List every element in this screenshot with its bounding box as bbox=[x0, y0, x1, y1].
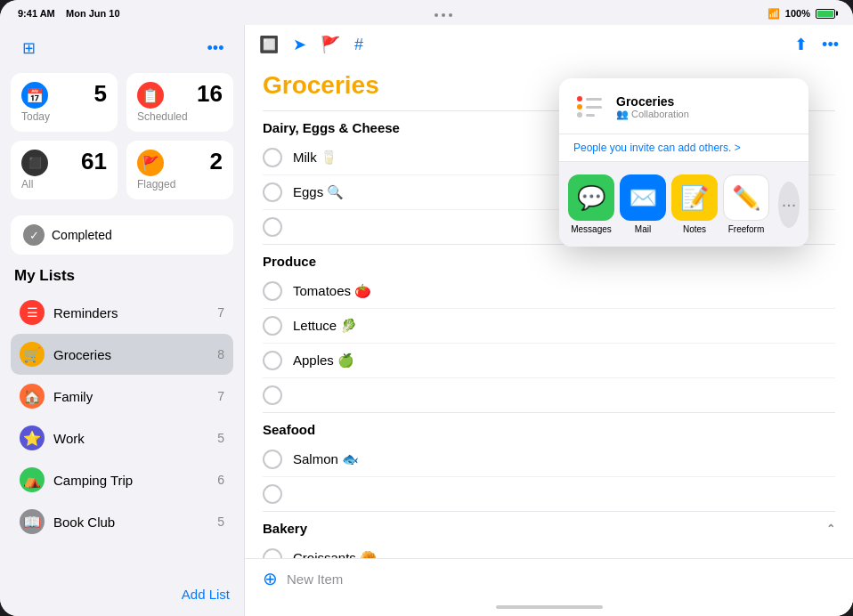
status-right: 📶 100% bbox=[768, 8, 835, 20]
sidebar-more-button[interactable]: ••• bbox=[201, 34, 230, 62]
share-more-button[interactable]: ··· bbox=[778, 182, 800, 228]
smart-card-today-top: 📅 5 bbox=[21, 82, 107, 109]
completed-button[interactable]: ✓ Completed bbox=[11, 215, 233, 255]
task-circle-seafood-empty[interactable] bbox=[263, 484, 282, 504]
task-circle-tomatoes[interactable] bbox=[263, 281, 282, 301]
line3 bbox=[577, 112, 602, 118]
my-lists-section: My Lists ☰ Reminders 7 🛒 Groceries 8 🏠 F… bbox=[0, 263, 244, 578]
task-circle-lettuce[interactable] bbox=[263, 316, 282, 336]
my-lists-header: My Lists bbox=[11, 263, 233, 292]
milk-emoji: 🥛 bbox=[321, 150, 337, 165]
toolbar-more-icon[interactable]: ••• bbox=[822, 36, 839, 54]
time-display: 9:41 AM bbox=[18, 8, 55, 19]
task-produce-empty bbox=[263, 378, 835, 412]
task-circle-empty[interactable] bbox=[263, 217, 282, 237]
sidebar-item-reminders[interactable]: ☰ Reminders 7 bbox=[11, 292, 233, 333]
main-toolbar: 🔲 ➤ 🚩 # ⬆ ••• bbox=[245, 25, 853, 64]
toolbar-tag-icon[interactable]: # bbox=[354, 36, 363, 54]
line1 bbox=[577, 96, 602, 101]
task-circle-apples[interactable] bbox=[263, 351, 282, 370]
add-item-row: ⊕ New Item bbox=[245, 558, 853, 598]
reminders-label: Reminders bbox=[53, 305, 217, 320]
bookclub-label: Book Club bbox=[53, 515, 217, 530]
groceries-label: Groceries bbox=[53, 347, 217, 362]
sidebar-item-bookclub[interactable]: 📖 Book Club 5 bbox=[11, 501, 233, 542]
sidebar-item-family[interactable]: 🏠 Family 7 bbox=[11, 376, 233, 417]
share-app-notes[interactable]: 📝 Notes bbox=[671, 174, 718, 234]
camping-icon: ⛺ bbox=[20, 467, 45, 492]
sidebar-footer: Add List bbox=[0, 578, 244, 616]
status-time: 9:41 AM Mon Jun 10 bbox=[18, 8, 120, 19]
scheduled-icon: 📋 bbox=[137, 82, 164, 109]
camping-count: 6 bbox=[217, 473, 224, 487]
share-app-freeform[interactable]: ✏️ Freeform bbox=[723, 174, 769, 234]
all-count: 61 bbox=[81, 150, 107, 173]
invite-chevron-icon: > bbox=[735, 142, 741, 154]
share-popup: Groceries 👥 Collaboration People you inv… bbox=[559, 78, 808, 247]
share-apps-row: 💬 Messages ✉️ Mail 📝 Notes ✏️ Freeform ·… bbox=[559, 162, 808, 247]
smart-card-scheduled[interactable]: 📋 16 Scheduled bbox=[126, 73, 233, 132]
add-item-icon[interactable]: ⊕ bbox=[263, 568, 278, 589]
freeform-label: Freeform bbox=[728, 224, 765, 234]
share-popup-collab: 👥 Collaboration bbox=[616, 109, 689, 120]
toolbar-location-icon[interactable]: ➤ bbox=[293, 35, 306, 54]
date-display: Mon Jun 10 bbox=[66, 8, 120, 19]
task-circle-salmon[interactable] bbox=[263, 450, 282, 469]
sidebar-toggle-icon: ⊞ bbox=[22, 38, 36, 58]
task-tomatoes: Tomatoes 🍅 bbox=[263, 274, 835, 309]
battery-bar bbox=[816, 9, 835, 19]
share-app-mail[interactable]: ✉️ Mail bbox=[620, 174, 666, 234]
bakery-label: Bakery bbox=[263, 521, 307, 536]
share-popup-note[interactable]: People you invite can add others. > bbox=[559, 134, 808, 162]
section-bakery: Bakery ⌃ bbox=[263, 511, 835, 541]
share-popup-info: Groceries 👥 Collaboration bbox=[616, 94, 689, 120]
reminders-count: 7 bbox=[217, 305, 224, 320]
share-more-icon: ··· bbox=[782, 194, 797, 215]
share-list-lines bbox=[577, 96, 602, 118]
sidebar-toggle-button[interactable]: ⊞ bbox=[14, 34, 43, 62]
today-count: 5 bbox=[94, 82, 107, 105]
ipad-frame: 9:41 AM Mon Jun 10 📶 100% ⊞ bbox=[0, 0, 853, 616]
completed-label: Completed bbox=[52, 228, 112, 242]
smart-card-today[interactable]: 📅 5 Today bbox=[11, 73, 118, 132]
all-icon: ⬛ bbox=[21, 150, 48, 176]
sidebar-item-work[interactable]: ⭐ Work 5 bbox=[11, 417, 233, 458]
smart-card-flagged-top: 🚩 2 bbox=[137, 150, 223, 176]
task-salmon: Salmon 🐟 bbox=[263, 442, 835, 477]
toolbar-checklist-icon[interactable]: 🔲 bbox=[259, 35, 279, 54]
task-circle-milk[interactable] bbox=[263, 148, 282, 167]
family-count: 7 bbox=[217, 389, 224, 403]
task-circle-croissants[interactable] bbox=[263, 548, 282, 558]
sidebar-item-camping[interactable]: ⛺ Camping Trip 6 bbox=[11, 459, 233, 500]
task-text-apples: Apples 🍏 bbox=[293, 353, 835, 369]
smart-card-flagged[interactable]: 🚩 2 Flagged bbox=[126, 141, 233, 199]
today-label: Today bbox=[21, 110, 107, 123]
smart-card-all[interactable]: ⬛ 61 All bbox=[11, 141, 118, 199]
collab-label: Collaboration bbox=[631, 109, 689, 119]
bookclub-count: 5 bbox=[217, 515, 224, 529]
task-circle-eggs[interactable] bbox=[263, 182, 282, 202]
line2 bbox=[577, 104, 602, 109]
toolbar-share-icon[interactable]: ⬆ bbox=[794, 35, 808, 54]
add-item-text[interactable]: New Item bbox=[287, 571, 343, 587]
scheduled-count: 16 bbox=[197, 82, 223, 105]
smart-card-scheduled-top: 📋 16 bbox=[137, 82, 223, 109]
task-text-tomatoes: Tomatoes 🍅 bbox=[293, 283, 835, 299]
status-bar: 9:41 AM Mon Jun 10 📶 100% bbox=[0, 0, 853, 25]
sidebar-more-icon: ••• bbox=[207, 39, 224, 58]
collab-icon: 👥 bbox=[616, 109, 629, 120]
toolbar-flag-icon[interactable]: 🚩 bbox=[321, 35, 340, 54]
notes-icon: 📝 bbox=[671, 174, 718, 221]
work-label: Work bbox=[53, 431, 217, 446]
bakery-chevron-icon[interactable]: ⌃ bbox=[826, 523, 835, 535]
task-circle-produce-empty[interactable] bbox=[263, 385, 282, 405]
camping-label: Camping Trip bbox=[53, 473, 217, 488]
share-app-messages[interactable]: 💬 Messages bbox=[568, 174, 614, 234]
task-apples: Apples 🍏 bbox=[263, 344, 835, 378]
groceries-icon: 🛒 bbox=[20, 342, 45, 367]
invite-note-text: People you invite can add others. bbox=[573, 142, 731, 154]
all-label: All bbox=[21, 178, 107, 190]
freeform-icon: ✏️ bbox=[723, 174, 769, 221]
sidebar-item-groceries[interactable]: 🛒 Groceries 8 bbox=[11, 334, 233, 375]
add-list-button[interactable]: Add List bbox=[182, 587, 230, 602]
